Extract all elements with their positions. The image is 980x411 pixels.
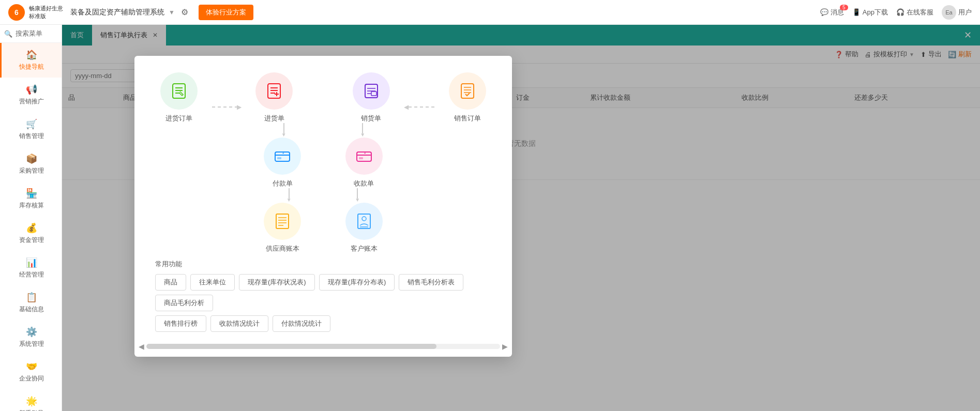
arrow-down-pay: ▼ bbox=[270, 188, 308, 203]
purchase-order-icon bbox=[160, 72, 198, 110]
app-title: 装备及固定资产辅助管理系统 bbox=[70, 8, 164, 17]
purchase-bill-node[interactable]: 进货单 bbox=[255, 72, 293, 123]
purchase-bill-label: 进货单 bbox=[264, 114, 284, 123]
sidebar-item-cooperation[interactable]: 🤝 企业协同 bbox=[0, 355, 62, 389]
service-icon: 🎧 bbox=[896, 8, 904, 16]
svg-rect-27 bbox=[276, 214, 289, 229]
customer-account-node[interactable]: 客户账本 bbox=[345, 203, 383, 253]
func-btn-sales-rank[interactable]: 销售排行榜 bbox=[155, 315, 206, 332]
scroll-right-arrow[interactable]: ▶ bbox=[502, 342, 508, 351]
sidebar-item-system[interactable]: ⚙️ 系统管理 bbox=[0, 320, 62, 355]
receipt-label: 收款单 bbox=[354, 179, 374, 188]
main-layout: 🔍 搜索菜单 🏠 快捷导航 📢 营销推广 🛒 销售管理 📦 采购管理 🏪 库存核… bbox=[0, 25, 980, 411]
sales-icon: 🛒 bbox=[26, 118, 37, 130]
app-download-item[interactable]: 📱 App下载 bbox=[852, 8, 888, 17]
finance-icon: 💰 bbox=[26, 222, 37, 234]
logo-text: 畅康通好生意 标准版 bbox=[29, 5, 63, 20]
sidebar-item-newbie[interactable]: 🌟 新手引导 bbox=[0, 389, 62, 411]
arrow-down-sb: ▼ bbox=[344, 123, 381, 138]
trial-button[interactable]: 体验行业方案 bbox=[199, 5, 253, 20]
func-btn-stock-dist[interactable]: 现存量(库存分布表) bbox=[319, 274, 395, 291]
row2-nodes: ¥ 付款单 ¥ bbox=[160, 138, 486, 188]
arrow-down-rec: ▼ bbox=[339, 188, 376, 203]
logo-area: 6 畅康通好生意 标准版 bbox=[8, 4, 70, 21]
app-title-area: 装备及固定资产辅助管理系统 ▼ ⚙ 体验行业方案 bbox=[70, 5, 820, 20]
sidebar-item-purchase[interactable]: 📦 采购管理 bbox=[0, 147, 62, 181]
flowchart-area: 进货订单 ▶ bbox=[134, 56, 512, 253]
cooperation-icon: 🤝 bbox=[26, 361, 37, 372]
system-icon: ⚙️ bbox=[26, 326, 37, 338]
purchase-order-node[interactable]: 进货订单 bbox=[160, 72, 198, 123]
message-icon: 💬 bbox=[820, 8, 828, 16]
func-buttons-row2: 销售排行榜 收款情况统计 付款情况统计 bbox=[155, 315, 491, 332]
basic-icon: 📋 bbox=[26, 292, 37, 303]
main-content: 首页 销售订单执行表 ✕ ✕ ❓ 帮助 🖨 按模板打印 ▼ bbox=[62, 25, 980, 411]
func-buttons-row1: 商品 往来单位 现存量(库存状况表) 现存量(库存分布表) 销售毛利分析表 商品… bbox=[155, 274, 491, 311]
sidebar-item-quick-guide[interactable]: 🏠 快捷导航 bbox=[0, 43, 62, 78]
payment-icon: ¥ bbox=[264, 138, 301, 175]
online-service-item[interactable]: 🎧 在线客服 bbox=[896, 8, 933, 17]
receipt-icon: ¥ bbox=[345, 138, 383, 175]
func-btn-goods-gross[interactable]: 商品毛利分析 bbox=[155, 295, 213, 311]
func-btn-goods[interactable]: 商品 bbox=[155, 274, 186, 291]
arrows-row3: ▼ ▼ bbox=[160, 188, 486, 203]
sales-order-icon bbox=[449, 72, 486, 110]
svg-rect-15 bbox=[461, 84, 474, 98]
modal-overlay[interactable]: 进货订单 ▶ bbox=[62, 25, 980, 411]
common-func-title: 常用功能 bbox=[155, 260, 491, 269]
message-badge: 5 bbox=[840, 5, 848, 10]
receipt-node[interactable]: ¥ 收款单 bbox=[345, 138, 383, 188]
marketing-icon: 📢 bbox=[26, 84, 37, 95]
svg-rect-32 bbox=[358, 214, 370, 229]
message-item[interactable]: 💬 消息 5 bbox=[820, 8, 844, 17]
func-btn-stock-status[interactable]: 现存量(库存状况表) bbox=[239, 274, 315, 291]
avatar: Ea bbox=[942, 5, 956, 20]
supplier-account-node[interactable]: 供应商账本 bbox=[264, 203, 301, 253]
top-header: 6 畅康通好生意 标准版 装备及固定资产辅助管理系统 ▼ ⚙ 体验行业方案 💬 … bbox=[0, 0, 980, 25]
purchase-order-label: 进货订单 bbox=[165, 114, 192, 123]
svg-rect-14 bbox=[371, 92, 376, 96]
title-dropdown-icon[interactable]: ▼ bbox=[169, 9, 175, 16]
sales-order-label: 销售订单 bbox=[454, 114, 481, 123]
search-menu[interactable]: 🔍 搜索菜单 bbox=[0, 25, 62, 43]
func-btn-contacts[interactable]: 往来单位 bbox=[190, 274, 235, 291]
sidebar-item-inventory[interactable]: 🏪 库存核算 bbox=[0, 181, 62, 216]
sales-order-node[interactable]: 销售订单 bbox=[449, 72, 486, 123]
home-icon: 🏠 bbox=[26, 49, 37, 60]
svg-rect-25 bbox=[359, 157, 363, 159]
sidebar: 🔍 搜索菜单 🏠 快捷导航 📢 营销推广 🛒 销售管理 📦 采购管理 🏪 库存核… bbox=[0, 25, 62, 411]
search-icon: 🔍 bbox=[4, 30, 12, 38]
payment-label: 付款单 bbox=[273, 179, 293, 188]
supplier-account-label: 供应商账本 bbox=[266, 244, 299, 253]
header-right: 💬 消息 5 📱 App下载 🎧 在线客服 Ea 用户 bbox=[820, 5, 972, 20]
settings-icon[interactable]: ⚙ bbox=[181, 7, 188, 17]
modal-scrollbar-area: ◀ ▶ bbox=[134, 340, 512, 357]
func-btn-receipt-stats[interactable]: 收款情况统计 bbox=[210, 315, 268, 332]
sidebar-item-sales[interactable]: 🛒 销售管理 bbox=[0, 112, 62, 147]
svg-rect-21 bbox=[277, 157, 281, 159]
sidebar-item-finance[interactable]: 💰 资金管理 bbox=[0, 216, 62, 251]
sidebar-item-operation[interactable]: 📊 经营管理 bbox=[0, 251, 62, 285]
newbie-icon: 🌟 bbox=[26, 395, 37, 407]
sales-bill-label: 销货单 bbox=[361, 114, 381, 123]
func-btn-sales-gross[interactable]: 销售毛利分析表 bbox=[399, 274, 463, 291]
func-btn-payment-stats[interactable]: 付款情况统计 bbox=[273, 315, 330, 332]
download-icon: 📱 bbox=[852, 8, 861, 16]
sales-bill-node[interactable]: 销货单 bbox=[353, 72, 390, 123]
sidebar-item-basic[interactable]: 📋 基础信息 bbox=[0, 285, 62, 320]
arrow-down-pb: ▼ bbox=[265, 123, 303, 138]
arrow-po-pb: ▶ bbox=[212, 103, 242, 123]
customer-account-label: 客户账本 bbox=[351, 244, 378, 253]
sidebar-item-marketing[interactable]: 📢 营销推广 bbox=[0, 78, 62, 112]
purchase-icon: 📦 bbox=[26, 153, 37, 164]
scroll-left-arrow[interactable]: ◀ bbox=[139, 342, 144, 351]
logo-icon: 6 bbox=[8, 4, 25, 21]
supplier-account-icon bbox=[264, 203, 301, 240]
inventory-icon: 🏪 bbox=[26, 188, 37, 199]
user-item[interactable]: Ea 用户 bbox=[942, 5, 972, 20]
payment-node[interactable]: ¥ 付款单 bbox=[264, 138, 301, 188]
scrollbar-track[interactable] bbox=[146, 344, 500, 349]
modal-box: 进货订单 ▶ bbox=[134, 56, 512, 357]
scrollbar-thumb bbox=[146, 344, 436, 349]
operation-icon: 📊 bbox=[26, 257, 37, 268]
